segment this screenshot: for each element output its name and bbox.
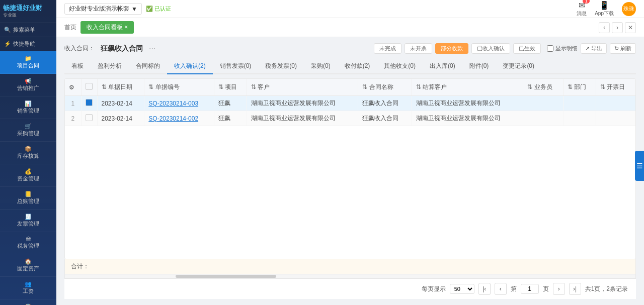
tab-warehouse[interactable]: 出入库(0) [423,59,462,74]
cell-bill-no-1[interactable]: SQ-20230214-003 [144,96,214,111]
tab-revenue-confirm[interactable]: 收入确认(2) [167,59,213,74]
sidebar-project-label: 项目合同 [17,62,39,69]
side-panel-toggle[interactable]: ☰ [635,151,636,181]
ledger-icon: 📒 [25,191,32,197]
cell-bill-no-2[interactable]: SQ-20230214-002 [144,111,214,126]
status-btn-confirmed[interactable]: 已收入确认 [471,43,510,54]
status-buttons: 未完成 未开票 部分收款 已收入确认 已生效 [374,43,541,54]
tab-attachments[interactable]: 附件(0) [462,59,496,74]
sort-icon-5: ⇅ [362,83,369,90]
cell-salesman-1 [523,96,563,111]
status-btn-incomplete[interactable]: 未完成 [374,43,401,54]
show-detail-input[interactable] [547,45,553,52]
sidebar-ledger-label: 总账管理 [17,197,39,205]
col-settlement[interactable]: ⇅ 结算客户 [412,79,523,96]
pagination: 每页显示 50 20 100 |‹ ‹ 第 页 › ›| 共1页，2条记录 [64,278,636,299]
col-date[interactable]: ⇅ 单据日期 [97,79,144,96]
export-button[interactable]: ↗ 导出 [581,43,607,54]
col-project[interactable]: ⇅ 项目 [214,79,247,96]
refresh-icon: ↻ [614,45,619,52]
page-first-button[interactable]: |‹ [478,283,491,295]
checkbox-icon-1[interactable] [86,99,93,106]
col-salesman[interactable]: ⇅ 业务员 [523,79,563,96]
nav-prev-button[interactable]: ‹ [599,22,610,33]
status-btn-uninvoiced[interactable]: 未开票 [405,43,432,54]
sidebar-item-quick-nav[interactable]: ⚡ 快捷导航 [0,37,56,51]
status-btn-partial-payment[interactable]: 部分收款 [435,43,468,54]
page-size-select[interactable]: 50 20 100 [450,284,474,294]
col-contract[interactable]: ⇅ 合同名称 [358,79,412,96]
tab-kanban[interactable]: 看板 [64,59,91,74]
table: ⚙ ⇅ 单据日期 ⇅ 单据编号 [65,79,635,126]
sidebar-item-invoice[interactable]: 🧾 发票管理 [0,210,56,232]
tab-profit[interactable]: 盈利分析 [91,59,129,74]
company-name: 好业财专业版演示帐套 [69,5,129,13]
col-invoice-date[interactable]: ⇅ 开票日 [596,79,635,96]
page-prev-button[interactable]: ‹ [495,283,507,295]
sidebar-item-inventory[interactable]: 📦 库存核算 [0,142,56,164]
settings-icon[interactable]: ⚙ [69,84,74,91]
tab-sales-invoice[interactable]: 销售发票(0) [213,59,259,74]
table-row: 1 2023-02-14 SQ-20230214-003 狂飙 湖南卫视商业运营… [65,96,635,111]
col-settings[interactable]: ⚙ [65,79,81,96]
col-customer[interactable]: ⇅ 客户 [247,79,358,96]
tab-tax-invoice[interactable]: 税务发票(0) [258,59,304,74]
sidebar-item-project-contract[interactable]: 📁 项目合同 [0,51,56,74]
sidebar-item-marketing[interactable]: 📢 营销推广 [0,74,56,96]
page-last-button[interactable]: ›| [569,283,581,295]
user-name: 珠珠 [623,5,634,13]
message-button[interactable]: ✉ 消息 1 [577,1,587,17]
header-checkbox[interactable] [86,83,93,90]
sidebar-item-ledger[interactable]: 📒 总账管理 [0,187,56,210]
page-next-button[interactable]: › [553,283,565,295]
content-area: 收入合同： 狂飙收入合同 ··· 未完成 未开票 部分收款 已收入确认 已生效 … [56,37,644,305]
tab-payment[interactable]: 收付款(2) [338,59,377,74]
breadcrumb-bar: 首页 收入合同看板 × ‹ › ✕ [56,18,644,37]
company-selector[interactable]: 好业财专业版演示帐套 ▼ [64,3,142,15]
sidebar-item-sales[interactable]: 📊 销售管理 [0,96,56,119]
bill-link-2[interactable]: SQ-20230214-002 [148,115,198,122]
breadcrumb-tab[interactable]: 收入合同看板 × [80,21,134,34]
col-dept[interactable]: ⇅ 部门 [563,79,596,96]
contract-label: 收入合同： [64,44,95,53]
cell-dept-2 [563,111,596,126]
col-bill-no[interactable]: ⇅ 单据编号 [144,79,214,96]
sidebar-item-search[interactable]: 🔍 搜索菜单 [0,23,56,37]
nav-close-button[interactable]: ✕ [625,22,636,33]
sidebar-search-label: 搜索菜单 [13,26,35,34]
search-icon: 🔍 [4,27,11,33]
sidebar-item-tax[interactable]: 🏛 税务管理 [0,232,56,254]
sidebar-item-assets[interactable]: 🏠 固定资产 [0,254,56,277]
app-download-button[interactable]: 📱 App下载 [595,1,614,17]
user-avatar[interactable]: 珠珠 [622,2,636,16]
sidebar-item-finance[interactable]: 💰 资金管理 [0,164,56,187]
verified-badge: ✅ 已认证 [146,5,171,13]
export-icon: ↗ [585,45,590,52]
show-detail-checkbox[interactable]: 显示明细 [547,45,578,52]
page-number-input[interactable] [521,284,539,294]
nav-next-button[interactable]: › [612,22,623,33]
contract-more-button[interactable]: ··· [149,44,155,53]
nav-arrows: ‹ › ✕ [599,22,636,33]
sidebar-item-payroll[interactable]: 👥 工资 [0,277,56,299]
row-checkbox-2[interactable] [81,111,97,126]
tab-purchase[interactable]: 采购(0) [304,59,338,74]
bill-link-1[interactable]: SQ-20230214-003 [148,100,198,107]
row-num-1: 1 [65,96,81,111]
house-icon: 🏠 [25,258,32,265]
row-checkbox-1[interactable] [81,96,97,111]
tab-change-log[interactable]: 变更记录(0) [496,59,541,74]
status-btn-effective[interactable]: 已生效 [513,43,541,54]
checkbox-icon-2[interactable] [86,114,93,121]
scroll-bar[interactable] [64,274,636,278]
tab-contract-subject[interactable]: 合同标的 [129,59,167,74]
tab-other-income[interactable]: 其他收支(0) [377,59,423,74]
tab-label: 收入合同看板 × [87,23,128,32]
scroll-thumb[interactable] [176,275,276,278]
table-wrapper: ⚙ ⇅ 单据日期 ⇅ 单据编号 [64,78,636,278]
chart-icon: 📊 [25,100,32,107]
breadcrumb-home[interactable]: 首页 [64,23,76,32]
sidebar-item-operations[interactable]: 📋 经营管理 [0,299,56,305]
refresh-button[interactable]: ↻ 刷新 [610,43,636,54]
sidebar-item-purchase[interactable]: 🛒 采购管理 [0,119,56,142]
